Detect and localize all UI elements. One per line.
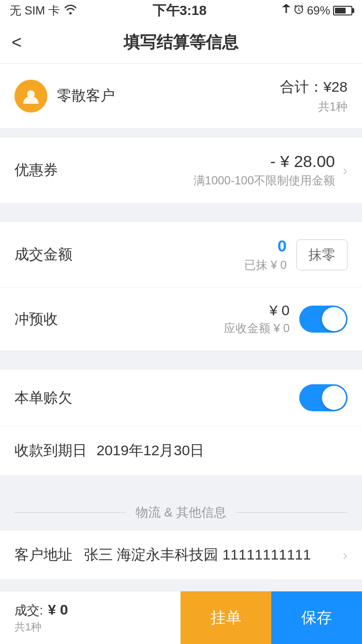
- bottom-count: 共1种: [14, 620, 166, 634]
- pre-collect-amount-wrap: ¥ 0 应收金额 ¥ 0: [224, 302, 290, 336]
- deal-right: 0 已抹 ¥ 0 抹零: [244, 237, 348, 273]
- due-date-row: 收款到期日 2019年12月30日: [0, 426, 362, 475]
- coupon-label: 优惠券: [14, 160, 58, 180]
- total-price: 合计：¥28: [280, 77, 348, 97]
- coupon-discount: - ¥ 28.00: [194, 152, 335, 171]
- logistics-label: 物流 & 其他信息: [136, 504, 226, 521]
- svg-rect-0: [285, 7, 287, 13]
- deal-card: 成交金额 0 已抹 ¥ 0 抹零 冲预收 ¥ 0 应收金额 ¥ 0: [0, 222, 362, 350]
- pre-collect-row: 冲预收 ¥ 0 应收金额 ¥ 0: [0, 288, 362, 350]
- pre-collect-toggle[interactable]: [299, 306, 348, 333]
- deal-amount: 0: [244, 237, 287, 255]
- debit-card: 本单赊欠 收款到期日 2019年12月30日: [0, 370, 362, 475]
- debit-row: 本单赊欠: [0, 370, 362, 426]
- pre-collect-right: ¥ 0 应收金额 ¥ 0: [224, 302, 348, 336]
- coupon-value-wrap: - ¥ 28.00 满1000-100不限制使用金额: [194, 152, 335, 188]
- customer-total: 合计：¥28 共1种: [280, 77, 348, 114]
- deal-label: 成交金额: [14, 245, 72, 265]
- debit-label: 本单赊欠: [14, 388, 72, 408]
- deal-amount-row: 成交金额 0 已抹 ¥ 0 抹零: [0, 222, 362, 288]
- divider-line-wrap: 物流 & 其他信息: [14, 504, 348, 521]
- coupon-sub: 满1000-100不限制使用金额: [194, 173, 335, 188]
- bottom-deal-value: ¥ 0: [48, 602, 68, 618]
- spacer-2: [0, 360, 362, 370]
- divider-right: [236, 512, 348, 513]
- nav-bar: < 填写结算等信息: [0, 21, 362, 64]
- avatar: [14, 80, 47, 112]
- hold-button[interactable]: 挂单: [181, 591, 271, 644]
- divider-left: [14, 512, 126, 513]
- deal-amount-wrap: 0 已抹 ¥ 0: [244, 237, 287, 273]
- chevron-right-icon: ›: [343, 162, 348, 179]
- customer-card: 零散客户 合计：¥28 共1种: [0, 64, 362, 128]
- address-row[interactable]: 客户地址 张三 海淀永丰科技园 11111111111 ›: [0, 531, 362, 579]
- alarm-icon: [293, 4, 304, 17]
- logistics-section: 物流 & 其他信息: [0, 494, 362, 531]
- save-button[interactable]: 保存: [271, 591, 362, 644]
- bottom-deal-label: 成交:: [14, 602, 43, 619]
- coupon-row[interactable]: 优惠券 - ¥ 28.00 满1000-100不限制使用金额 ›: [0, 138, 362, 203]
- coupon-right: - ¥ 28.00 满1000-100不限制使用金额 ›: [194, 152, 348, 188]
- total-count: 共1种: [280, 99, 348, 114]
- back-button[interactable]: <: [12, 32, 22, 53]
- battery-icon: [333, 6, 352, 15]
- status-right: 69%: [282, 4, 352, 17]
- pre-collect-sub: 应收金额 ¥ 0: [224, 321, 290, 336]
- wifi-icon: [64, 4, 77, 17]
- address-label: 客户地址: [14, 545, 72, 565]
- page-title: 填写结算等信息: [124, 31, 238, 54]
- pre-collect-amount: ¥ 0: [224, 302, 290, 319]
- customer-left: 零散客户: [14, 80, 115, 112]
- battery-label: 69%: [307, 4, 330, 17]
- due-date-label: 收款到期日: [14, 441, 87, 461]
- status-bar: 无 SIM 卡 下午3:18 69%: [0, 0, 362, 21]
- pre-collect-label: 冲预收: [14, 309, 58, 329]
- bottom-bar: 成交: ¥ 0 共1种 挂单 保存: [0, 591, 362, 644]
- customer-name: 零散客户: [57, 86, 115, 106]
- spacer-3: [0, 485, 362, 494]
- no-sim-label: 无 SIM 卡: [10, 3, 60, 18]
- toggle-knob: [322, 307, 346, 331]
- content: 零散客户 合计：¥28 共1种 优惠券 - ¥ 28.00 满1000-100不…: [0, 64, 362, 644]
- address-chevron-icon: ›: [343, 547, 348, 563]
- debit-toggle[interactable]: [299, 384, 348, 411]
- customer-row: 零散客户 合计：¥28 共1种: [0, 64, 362, 128]
- status-time: 下午3:18: [153, 1, 207, 20]
- debit-toggle-knob: [322, 386, 346, 410]
- coupon-card: 优惠券 - ¥ 28.00 满1000-100不限制使用金额 ›: [0, 138, 362, 203]
- location-icon: [282, 4, 291, 17]
- deal-sub: 已抹 ¥ 0: [244, 257, 287, 273]
- address-card: 客户地址 张三 海淀永丰科技园 11111111111 ›: [0, 531, 362, 579]
- bottom-info: 成交: ¥ 0 共1种: [0, 602, 181, 634]
- status-left: 无 SIM 卡: [10, 3, 77, 18]
- bottom-buttons: 挂单 保存: [181, 591, 362, 644]
- spacer-1: [0, 212, 362, 222]
- round-button[interactable]: 抹零: [296, 239, 348, 270]
- due-date-value: 2019年12月30日: [97, 441, 204, 461]
- address-value: 张三 海淀永丰科技园 11111111111: [84, 545, 331, 565]
